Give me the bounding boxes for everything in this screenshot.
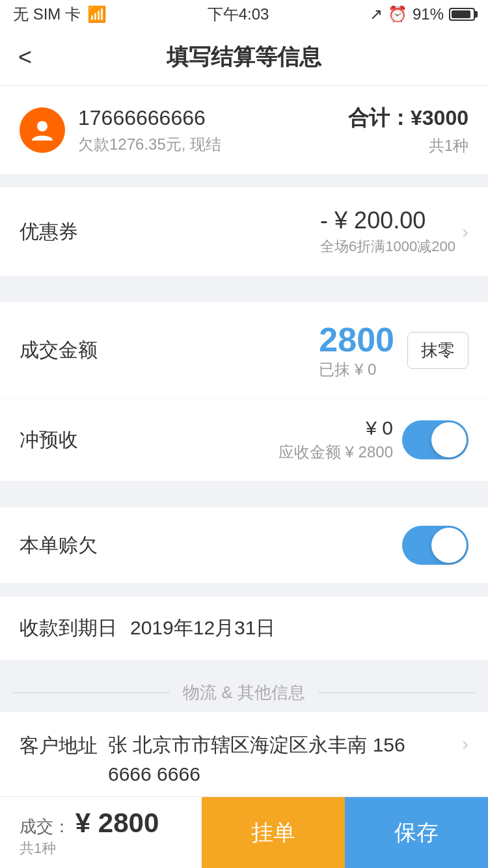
duedate-row: 收款到期日 2019年12月31日 — [0, 597, 488, 660]
duedate-label: 收款到期日 — [20, 615, 117, 642]
customer-card: 17666666666 欠款1276.35元, 现结 合计：¥3000 共1种 — [0, 86, 488, 174]
back-button[interactable]: < — [18, 44, 32, 71]
status-left: 无 SIM 卡 📶 — [13, 4, 107, 25]
customer-phone: 17666666666 — [78, 106, 221, 130]
deal-value-area: 2800 已抹 ¥ 0 抹零 — [319, 320, 468, 380]
duedate-value: 2019年12月31日 — [130, 615, 275, 642]
hold-button[interactable]: 挂单 — [202, 797, 345, 868]
sim-text: 无 SIM 卡 — [13, 4, 81, 25]
address-arrow-icon: › — [462, 733, 468, 755]
debt-row: 本单赊欠 — [0, 508, 488, 584]
toggle-knob — [431, 422, 467, 457]
logistics-divider-text: 物流 & 其他信息 — [183, 681, 305, 704]
customer-left: 17666666666 欠款1276.35元, 现结 — [20, 106, 221, 155]
deal-row: 成交金额 2800 已抹 ¥ 0 抹零 — [0, 302, 488, 399]
summary-amount: ¥ 2800 — [75, 807, 159, 838]
round-zero-button[interactable]: 抹零 — [407, 332, 468, 369]
summary-label: 成交： — [20, 817, 70, 836]
prepay-amount: ¥ 0 — [278, 417, 393, 439]
address-content: 张 北京市市辖区海淀区永丰南 156 6666 6666 — [98, 730, 462, 789]
coupon-desc: 全场6折满1000减200 — [320, 237, 455, 256]
bottom-bar: 成交： ¥ 2800 共1种 挂单 保存 — [0, 796, 488, 868]
debt-toggle-knob — [431, 528, 467, 563]
content: 17666666666 欠款1276.35元, 现结 合计：¥3000 共1种 … — [0, 86, 488, 868]
prepay-label: 冲预收 — [20, 427, 78, 454]
prepay-receivable: 应收金额 ¥ 2800 — [278, 442, 393, 463]
status-right: ↗ ⏰ 91% — [370, 5, 475, 23]
deal-amount: 2800 — [319, 320, 394, 359]
status-bar: 无 SIM 卡 📶 下午4:03 ↗ ⏰ 91% — [0, 0, 488, 29]
nav-bar: < 填写结算等信息 — [0, 29, 488, 86]
total-count: 共1种 — [348, 135, 468, 156]
customer-debt: 欠款1276.35元, 现结 — [78, 134, 221, 155]
deal-subtext: 已抹 ¥ 0 — [319, 359, 394, 380]
address-row[interactable]: 客户地址 张 北京市市辖区海淀区永丰南 156 6666 6666 › — [0, 712, 488, 807]
coupon-label: 优惠券 — [20, 219, 78, 245]
section-divider-2 — [0, 495, 488, 508]
debt-toggle[interactable] — [402, 526, 468, 565]
battery-icon — [449, 8, 475, 21]
page-title: 填写结算等信息 — [167, 42, 321, 72]
coupon-arrow-icon: › — [462, 221, 468, 243]
debt-label: 本单赊欠 — [20, 532, 98, 559]
prepay-row: 冲预收 ¥ 0 应收金额 ¥ 2800 — [0, 399, 488, 481]
save-button[interactable]: 保存 — [345, 797, 488, 868]
coupon-row[interactable]: 优惠券 - ¥ 200.00 全场6折满1000减200 › — [0, 187, 488, 276]
status-time: 下午4:03 — [208, 4, 269, 25]
alarm-icon: ⏰ — [388, 5, 407, 23]
svg-point-0 — [37, 121, 47, 131]
deal-section: 成交金额 2800 已抹 ¥ 0 抹零 冲预收 ¥ 0 应收金额 ¥ 2800 — [0, 302, 488, 481]
customer-info: 17666666666 欠款1276.35元, 现结 — [78, 106, 221, 155]
total-amount: 合计：¥3000 — [348, 104, 468, 133]
avatar — [20, 107, 65, 153]
address-label: 客户地址 — [20, 733, 98, 759]
logistics-divider: 物流 & 其他信息 — [0, 673, 488, 712]
wifi-icon: 📶 — [87, 5, 107, 23]
coupon-right: - ¥ 200.00 全场6折满1000减200 › — [320, 207, 468, 256]
coupon-amount: - ¥ 200.00 — [320, 207, 455, 234]
summary-count: 共1种 — [20, 839, 182, 858]
prepay-amounts: ¥ 0 应收金额 ¥ 2800 — [278, 417, 393, 463]
location-icon: ↗ — [370, 5, 383, 23]
prepay-toggle[interactable] — [402, 420, 468, 459]
address-section: 客户地址 张 北京市市辖区海淀区永丰南 156 6666 6666 › — [0, 712, 488, 807]
battery-percent: 91% — [413, 5, 444, 23]
deal-label: 成交金额 — [20, 337, 98, 364]
section-divider-1 — [0, 289, 488, 302]
prepay-right: ¥ 0 应收金额 ¥ 2800 — [278, 417, 468, 463]
customer-right: 合计：¥3000 共1种 — [348, 104, 468, 156]
bottom-summary: 成交： ¥ 2800 共1种 — [0, 797, 202, 868]
debt-section: 本单赊欠 — [0, 508, 488, 584]
